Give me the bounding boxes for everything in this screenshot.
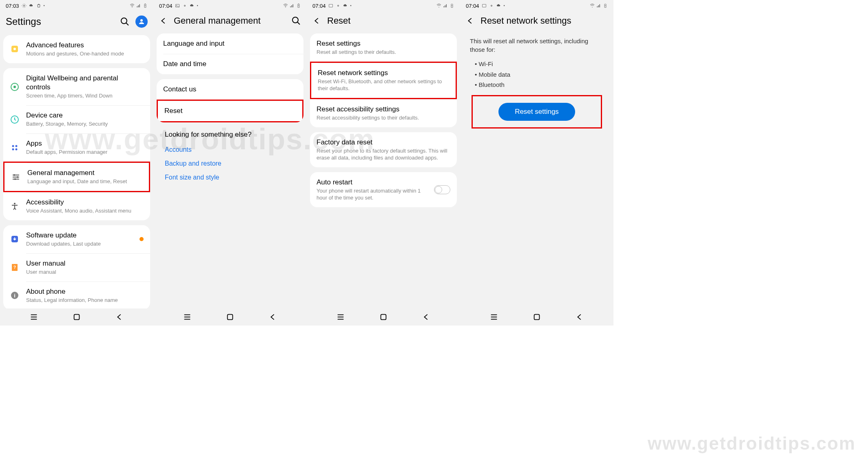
row-subtitle: User manual [26, 269, 144, 276]
row-subtitle: Voice Assistant, Mono audio, Assistant m… [26, 208, 144, 215]
clock: 07:04 [466, 3, 479, 9]
back-button[interactable] [466, 16, 475, 25]
svg-point-12 [12, 145, 14, 147]
row-title: Advanced features [26, 41, 144, 50]
link-list: AccountsBackup and restoreFont size and … [157, 143, 303, 188]
header: General management [153, 11, 307, 33]
settings-row[interactable]: Contact us [157, 79, 303, 100]
settings-row[interactable]: Device careBattery, Storage, Memory, Sec… [3, 105, 150, 133]
reset-settings-button[interactable]: Reset settings [498, 103, 575, 121]
settings-row[interactable]: AppsDefault apps, Permission manager [3, 133, 150, 162]
row-title: Language and input [163, 39, 297, 48]
home-button[interactable] [226, 313, 235, 321]
toggle-switch[interactable] [434, 185, 450, 194]
settings-row[interactable]: AccessibilityVoice Assistant, Mono audio… [3, 192, 150, 220]
svg-point-54 [592, 7, 593, 8]
row-text: Date and time [163, 60, 297, 69]
settings-row[interactable]: Language and input [157, 33, 303, 54]
back-button[interactable] [159, 16, 168, 25]
back-nav-button[interactable] [575, 313, 584, 321]
settings-row[interactable]: Factory data resetReset your phone to it… [310, 132, 457, 167]
image-icon [482, 3, 487, 8]
settings-row[interactable]: ?User manualUser manual [3, 253, 150, 282]
header: Settings [0, 11, 153, 35]
svg-point-38 [292, 17, 298, 23]
svg-point-46 [438, 7, 439, 8]
battery-icon [603, 3, 608, 8]
recents-button[interactable] [336, 313, 345, 321]
svg-point-21 [14, 178, 16, 180]
gear-icon [336, 3, 341, 8]
settings-card: Advanced featuresMotions and gestures, O… [3, 35, 150, 63]
row-title: Accessibility [26, 198, 144, 207]
row-title: Reset settings [317, 39, 450, 48]
settings-row[interactable]: Software updateDownload updates, Last up… [3, 225, 150, 253]
settings-row[interactable]: Reset accessibility settingsReset access… [310, 99, 457, 127]
recents-button[interactable] [489, 313, 498, 321]
settings-card: Digital Wellbeing and parental controlsS… [3, 68, 150, 220]
svg-line-5 [126, 23, 128, 25]
settings-row[interactable]: Digital Wellbeing and parental controlsS… [3, 68, 150, 105]
settings-row[interactable]: Reset settingsReset all settings to thei… [310, 33, 457, 62]
svg-point-35 [285, 7, 286, 8]
recents-button[interactable] [183, 313, 192, 321]
settings-row[interactable]: General managementLanguage and input, Da… [3, 162, 150, 192]
back-nav-button[interactable] [422, 313, 431, 321]
svg-rect-3 [145, 4, 146, 4]
row-subtitle: Motions and gestures, One-handed mode [26, 51, 144, 58]
settings-row[interactable]: Reset [157, 100, 303, 122]
settings-row[interactable]: iAbout phoneStatus, Legal information, P… [3, 282, 150, 308]
row-subtitle: Language and input, Date and time, Reset [27, 178, 142, 185]
row-title: General management [27, 168, 142, 177]
search-button[interactable] [291, 16, 301, 26]
svg-point-15 [16, 148, 18, 150]
row-title: Apps [26, 139, 144, 148]
wifi-icon [436, 3, 441, 8]
svg-point-20 [17, 176, 18, 178]
home-button[interactable] [72, 313, 81, 321]
svg-point-8 [13, 48, 16, 50]
back-nav-button[interactable] [115, 313, 124, 321]
back-nav-button[interactable] [268, 313, 277, 321]
search-button[interactable] [120, 17, 130, 27]
svg-point-53 [491, 5, 492, 7]
svg-rect-52 [482, 4, 486, 7]
wifi-icon [130, 3, 135, 8]
nav-bar [307, 308, 460, 326]
row-subtitle: Reset Wi-Fi, Bluetooth, and other networ… [318, 78, 449, 92]
row-text: Contact us [163, 85, 297, 94]
settings-list: Language and inputDate and timeContact u… [153, 33, 307, 308]
apps-icon [10, 143, 20, 153]
row-title: Device care [26, 111, 144, 120]
profile-avatar[interactable] [135, 16, 148, 28]
image-icon [328, 3, 333, 8]
phone-reset: 07:04 • Reset Reset settingsReset all se… [307, 0, 460, 326]
about-icon: i [10, 290, 20, 300]
svg-point-4 [121, 18, 127, 24]
settings-row[interactable]: Auto restartYour phone will restart auto… [310, 172, 457, 207]
nav-bar [460, 308, 613, 326]
notification-badge [140, 237, 144, 241]
link[interactable]: Backup and restore [165, 157, 295, 171]
row-subtitle: Battery, Storage, Memory, Security [26, 121, 144, 128]
row-subtitle: Reset all settings to their defaults. [317, 49, 450, 56]
battery-icon [143, 3, 148, 8]
home-button[interactable] [379, 313, 388, 321]
advanced-icon [10, 44, 20, 54]
page-title: General management [174, 16, 286, 26]
row-text: Software updateDownload updates, Last up… [26, 231, 133, 248]
link[interactable]: Accounts [165, 143, 295, 157]
back-button[interactable] [312, 16, 321, 25]
settings-row[interactable]: Reset network settingsReset Wi-Fi, Bluet… [310, 62, 457, 99]
settings-row[interactable]: Date and time [157, 54, 303, 74]
home-button[interactable] [532, 313, 541, 321]
svg-point-13 [16, 145, 18, 147]
recents-button[interactable] [29, 313, 38, 321]
svg-point-1 [132, 7, 133, 8]
more-icon: • [44, 4, 45, 8]
link[interactable]: Font size and style [165, 171, 295, 184]
row-title: About phone [26, 287, 144, 296]
description: This will reset all network settings, in… [463, 33, 610, 57]
settings-row[interactable]: Advanced featuresMotions and gestures, O… [3, 35, 150, 63]
row-title: Reset accessibility settings [317, 105, 450, 114]
